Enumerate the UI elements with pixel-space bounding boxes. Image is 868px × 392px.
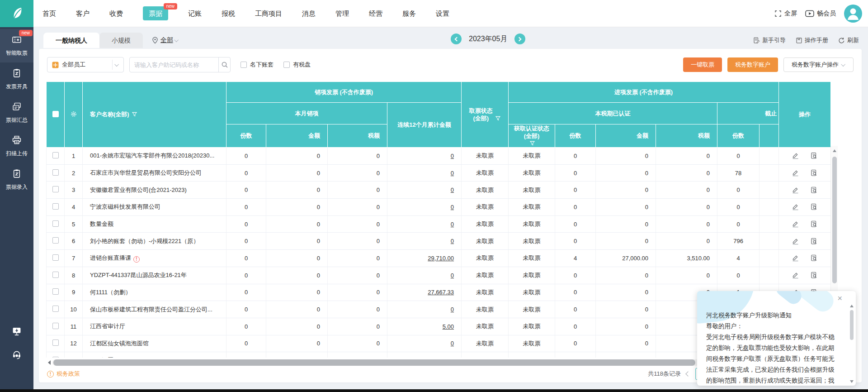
- edit-pencil-icon[interactable]: [792, 272, 799, 279]
- row-checkbox[interactable]: [52, 323, 59, 329]
- tax-policy-link[interactable]: ! 税务政策: [47, 370, 80, 378]
- prev-month-button[interactable]: [451, 33, 462, 44]
- row-checkbox[interactable]: [52, 288, 59, 295]
- beginner-guide-link[interactable]: 新手引导: [753, 36, 786, 44]
- client-download-icon[interactable]: [12, 327, 22, 338]
- cumulative-link[interactable]: 0: [451, 306, 454, 313]
- warning-icon[interactable]: !: [133, 256, 140, 263]
- cumulative-link[interactable]: 0: [451, 186, 454, 193]
- nav-item-customers[interactable]: 客户: [76, 10, 90, 18]
- member-button[interactable]: 畅会员: [805, 10, 836, 18]
- view-document-icon[interactable]: [811, 169, 817, 177]
- cumulative-link[interactable]: 0: [451, 238, 454, 244]
- edit-pencil-icon[interactable]: [792, 220, 799, 228]
- nav-item-home[interactable]: 首页: [42, 10, 56, 18]
- column-settings-header[interactable]: [65, 82, 83, 148]
- scroll-left-arrow[interactable]: [46, 359, 52, 366]
- nav-item-messages[interactable]: 消息: [302, 10, 316, 18]
- sidebar-item-smart-fetch[interactable]: new智能取票: [0, 29, 33, 62]
- my-accounts-checkbox[interactable]: 名下账套: [241, 61, 274, 69]
- nav-item-invoices[interactable]: 票据new: [143, 10, 168, 18]
- view-document-icon[interactable]: [811, 272, 817, 279]
- row-checkbox[interactable]: [52, 152, 59, 158]
- support-headset-icon[interactable]: [12, 349, 22, 361]
- view-document-icon[interactable]: [811, 238, 817, 245]
- tab-small-scale[interactable]: 小规模: [99, 33, 143, 48]
- filter-funnel-icon[interactable]: [530, 140, 535, 147]
- tax-digital-account-button[interactable]: 税务数字账户: [727, 57, 778, 72]
- row-checkbox[interactable]: [52, 237, 59, 244]
- vertical-scroll-thumb[interactable]: [832, 157, 837, 283]
- edit-pencil-icon[interactable]: [792, 169, 799, 177]
- row-checkbox[interactable]: [52, 186, 59, 192]
- sidebar-item-scan-upload[interactable]: 扫描上传: [0, 129, 33, 163]
- row-checkbox[interactable]: [52, 272, 59, 278]
- tax-digital-account-ops-dropdown[interactable]: 税务数字账户操作: [783, 57, 854, 72]
- nav-item-fees[interactable]: 收费: [109, 10, 123, 18]
- cumulative-link[interactable]: 0: [451, 272, 454, 279]
- nav-item-operation[interactable]: 经营: [369, 10, 382, 18]
- view-document-icon[interactable]: [811, 186, 817, 194]
- edit-pencil-icon[interactable]: [792, 203, 799, 210]
- close-icon[interactable]: ×: [837, 294, 842, 303]
- row-checkbox[interactable]: [52, 254, 59, 261]
- prev-page-button[interactable]: [685, 371, 690, 376]
- user-avatar[interactable]: [844, 5, 862, 23]
- cumulative-link[interactable]: 29,710.00: [428, 255, 454, 262]
- nav-item-settings[interactable]: 设置: [436, 10, 449, 18]
- edit-pencil-icon[interactable]: [792, 152, 799, 159]
- sidebar-item-invoice-issue[interactable]: 发票开具: [0, 62, 33, 96]
- cumulative-link[interactable]: 0: [451, 153, 454, 159]
- select-all-header[interactable]: [47, 82, 65, 148]
- region-filter[interactable]: 全部: [152, 33, 179, 48]
- view-document-icon[interactable]: [811, 254, 817, 262]
- edit-pencil-icon[interactable]: [792, 238, 799, 245]
- scroll-up-arrow-icon[interactable]: [850, 305, 854, 307]
- filter-funnel-icon[interactable]: [132, 111, 137, 118]
- edit-pencil-icon[interactable]: [792, 254, 799, 262]
- cumulative-link[interactable]: 0: [451, 357, 454, 358]
- row-checkbox[interactable]: [52, 203, 59, 210]
- row-checkbox[interactable]: [52, 339, 59, 346]
- notice-scrollbar[interactable]: [849, 305, 854, 383]
- view-document-icon[interactable]: [811, 203, 817, 210]
- notice-scroll-thumb[interactable]: [850, 310, 854, 340]
- horizontal-scroll-thumb[interactable]: [53, 359, 695, 366]
- sidebar-item-invoice-summary[interactable]: 票据汇总: [0, 96, 33, 129]
- tab-general-taxpayer[interactable]: 一般纳税人: [43, 33, 99, 48]
- cumulative-link[interactable]: 0: [451, 204, 454, 210]
- manual-link[interactable]: 操作手册: [796, 36, 828, 44]
- cumulative-link[interactable]: 5.00: [443, 323, 454, 330]
- nav-item-management[interactable]: 管理: [335, 10, 349, 18]
- row-checkbox[interactable]: [52, 169, 59, 176]
- view-document-icon[interactable]: [811, 220, 817, 228]
- row-checkbox[interactable]: [52, 357, 59, 358]
- edit-pencil-icon[interactable]: [792, 186, 799, 194]
- search-button[interactable]: [218, 57, 230, 72]
- nav-item-bookkeeping[interactable]: 记账: [188, 10, 202, 18]
- row-checkbox[interactable]: [52, 220, 59, 227]
- customer-name-header[interactable]: 客户名称(全部): [83, 82, 226, 148]
- view-document-icon[interactable]: [811, 152, 817, 159]
- customer-search-input[interactable]: [130, 62, 218, 68]
- fullscreen-button[interactable]: 全屏: [774, 10, 797, 18]
- cumulative-link[interactable]: 0: [451, 221, 454, 228]
- refresh-link[interactable]: 刷新: [838, 36, 859, 44]
- nav-item-services[interactable]: 服务: [402, 10, 416, 18]
- cumulative-link[interactable]: 27,667.33: [428, 289, 454, 296]
- tax-disk-checkbox[interactable]: 有税盘: [283, 61, 311, 69]
- next-month-button[interactable]: [514, 33, 525, 44]
- cumulative-link[interactable]: 0: [451, 170, 454, 177]
- employee-filter-select[interactable]: 全部员工: [47, 57, 124, 72]
- filter-funnel-icon[interactable]: [495, 115, 500, 122]
- cert-status-header[interactable]: 获取认证状态 (全部): [509, 124, 555, 148]
- scroll-up-arrow-icon[interactable]: [833, 149, 836, 152]
- sidebar-item-invoice-entry[interactable]: 票据录入: [0, 163, 33, 196]
- one-click-fetch-button[interactable]: 一键取票: [683, 57, 722, 72]
- scroll-down-arrow-icon[interactable]: [850, 380, 854, 383]
- app-logo[interactable]: [0, 0, 33, 27]
- ticket-status-header[interactable]: 取票状态 (全部): [462, 82, 509, 148]
- nav-item-business-projects[interactable]: 工商项目: [255, 10, 282, 18]
- row-checkbox[interactable]: [52, 306, 59, 312]
- nav-item-tax-filing[interactable]: 报税: [222, 10, 235, 18]
